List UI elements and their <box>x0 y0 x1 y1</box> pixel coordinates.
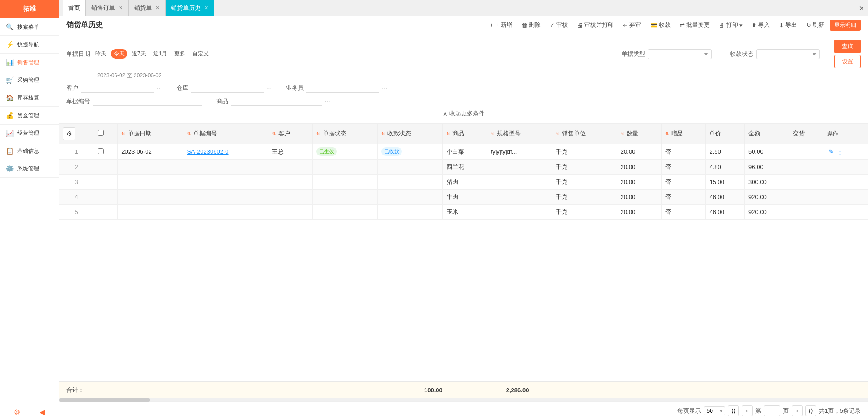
first-page-button[interactable]: ⟨⟨ <box>728 405 739 416</box>
tab-sales-delivery-close[interactable]: ✕ <box>156 5 160 11</box>
sidebar-item-quick-nav[interactable]: ⚡ 快捷导航 <box>0 36 59 54</box>
customer-input[interactable] <box>81 83 154 93</box>
sidebar-item-search-menu[interactable]: 🔍 搜索菜单 <box>0 18 59 36</box>
col-date[interactable]: ⇅ 单据日期 <box>118 124 183 144</box>
date-tag-1month[interactable]: 近1月 <box>151 49 170 59</box>
print-icon: 🖨 <box>719 22 725 29</box>
product-filter: 商品 ··· <box>216 96 330 106</box>
show-detail-button[interactable]: 显示明细 <box>830 20 861 31</box>
col-doc-no[interactable]: ⇅ 单据编号 <box>183 124 268 144</box>
sidebar-item-inventory[interactable]: 🏠 库存核算 <box>0 89 59 107</box>
table-container: ⚙ ⇅ 单据日期 ⇅ 单据编号 <box>59 124 868 381</box>
col-checkbox[interactable] <box>94 124 118 144</box>
last-page-button[interactable]: ⟩⟩ <box>805 405 816 416</box>
row-checkbox[interactable] <box>98 148 104 154</box>
review-print-button[interactable]: 🖨 审核并打印 <box>573 19 617 31</box>
new-button[interactable]: ＋ + 新增 <box>485 19 516 31</box>
delete-button[interactable]: 🗑 删除 <box>518 19 544 31</box>
row-doc-status-cell <box>313 175 378 190</box>
warehouse-label: 仓库 <box>176 84 188 92</box>
next-page-button[interactable]: › <box>792 405 803 416</box>
date-tag-more[interactable]: 更多 <box>171 49 188 59</box>
setting-button[interactable]: 设置 <box>834 55 861 68</box>
doc-number-input[interactable] <box>93 96 202 106</box>
row-quantity-cell: 20.00 <box>617 205 661 220</box>
col-gift[interactable]: ⇅ 赠品 <box>661 124 706 144</box>
date-tag-custom[interactable]: 自定义 <box>190 49 211 59</box>
sales-mgmt-icon: 📊 <box>5 58 14 66</box>
row-checkbox-cell[interactable] <box>94 175 118 190</box>
import-button[interactable]: ⬆ 导入 <box>748 19 773 31</box>
payment-status-select[interactable] <box>756 49 820 59</box>
row-doc-no-cell[interactable]: SA-20230602-0 <box>183 144 268 160</box>
row-unit-cell: 千克 <box>552 144 617 160</box>
customer-ellipsis[interactable]: ··· <box>156 85 162 92</box>
col-product[interactable]: ⇅ 商品 <box>442 124 487 144</box>
row-date-cell <box>118 175 183 190</box>
date-tag-7days[interactable]: 近7天 <box>129 49 149 59</box>
col-unit[interactable]: ⇅ 销售单位 <box>552 124 617 144</box>
product-input[interactable] <box>231 96 322 106</box>
prev-page-button[interactable]: ‹ <box>742 405 753 416</box>
page-size-select[interactable]: 50 100 <box>704 406 725 415</box>
abandon-button[interactable]: ↩ 弃审 <box>619 19 645 31</box>
row-checkbox-cell[interactable] <box>94 205 118 220</box>
query-button[interactable]: 查询 <box>834 40 861 53</box>
refresh-button[interactable]: ↻ 刷新 <box>803 19 828 31</box>
tab-sales-delivery[interactable]: 销货单 ✕ <box>129 0 166 16</box>
row-more-button[interactable]: ⋮ <box>837 148 843 155</box>
page-number-input[interactable]: 1 <box>764 405 780 416</box>
batch-change-button[interactable]: ⇄ 批量变更 <box>676 19 713 31</box>
export-button[interactable]: ⬇ 导出 <box>775 19 801 31</box>
collect-button[interactable]: 💳 收款 <box>647 19 674 31</box>
business-ellipsis[interactable]: ··· <box>382 85 387 92</box>
collapse-filter-button[interactable]: ∧ 收起更多条件 <box>66 110 861 118</box>
sidebar-item-sales-mgmt[interactable]: 📊 销售管理 <box>0 54 59 71</box>
warehouse-ellipsis[interactable]: ··· <box>266 85 272 92</box>
tab-sales-history-close[interactable]: ✕ <box>204 5 208 11</box>
warehouse-input[interactable] <box>191 83 264 93</box>
sidebar-item-base-info[interactable]: 📋 基础信息 <box>0 142 59 160</box>
sidebar-item-label: 快捷导航 <box>17 41 39 49</box>
col-settings[interactable]: ⚙ <box>59 124 94 144</box>
row-amount-cell: 96.00 <box>745 160 789 175</box>
table-settings-gear[interactable]: ⚙ <box>63 127 75 140</box>
tab-sales-order[interactable]: 销售订单 ✕ <box>86 0 129 16</box>
tab-sales-order-close[interactable]: ✕ <box>119 5 123 11</box>
row-checkbox-cell[interactable] <box>94 160 118 175</box>
date-tag-today[interactable]: 今天 <box>111 49 127 59</box>
sidebar-item-label: 库存核算 <box>17 94 39 102</box>
doc-no-link[interactable]: SA-20230602-0 <box>187 148 228 155</box>
horizontal-scrollbar[interactable] <box>59 398 868 401</box>
date-tag-yesterday[interactable]: 昨天 <box>93 49 109 59</box>
review-icon: ✓ <box>550 22 555 29</box>
sidebar-settings-icon[interactable]: ⚙ <box>14 408 20 416</box>
tab-sales-order-label: 销售订单 <box>91 4 115 12</box>
col-payment-status[interactable]: ⇅ 收款状态 <box>377 124 442 144</box>
row-edit-button[interactable]: ✎ <box>828 148 833 155</box>
close-all-tabs[interactable]: ✕ <box>859 5 864 12</box>
sidebar-item-sys-mgmt[interactable]: ⚙️ 系统管理 <box>0 160 59 178</box>
sidebar-collapse-icon[interactable]: ◀ <box>40 408 45 416</box>
row-doc-no-cell <box>183 190 268 205</box>
sidebar-logo: 拓维 <box>0 0 59 18</box>
select-all-checkbox[interactable] <box>98 130 104 136</box>
product-ellipsis[interactable]: ··· <box>325 98 330 105</box>
review-button[interactable]: ✓ 审核 <box>546 19 572 31</box>
row-checkbox-cell[interactable] <box>94 190 118 205</box>
tab-sales-history[interactable]: 销货单历史 ✕ <box>166 0 214 16</box>
col-spec[interactable]: ⇅ 规格型号 <box>487 124 552 144</box>
col-quantity[interactable]: ⇅ 数量 <box>617 124 661 144</box>
row-transaction-cell <box>789 160 823 175</box>
col-doc-status[interactable]: ⇅ 单据状态 <box>313 124 378 144</box>
doc-type-select[interactable] <box>648 49 712 59</box>
row-checkbox-cell[interactable] <box>94 144 118 160</box>
sidebar-item-operations[interactable]: 📈 经营管理 <box>0 125 59 142</box>
tab-home[interactable]: 首页 <box>63 0 86 16</box>
col-customer[interactable]: ⇅ 客户 <box>268 124 313 144</box>
business-input[interactable] <box>306 83 379 93</box>
sidebar-item-finance[interactable]: 💰 资金管理 <box>0 107 59 125</box>
print-button[interactable]: 🖨 打印 ▾ <box>715 19 746 31</box>
sidebar-item-purchase-mgmt[interactable]: 🛒 采购管理 <box>0 71 59 89</box>
scrollbar-thumb[interactable] <box>59 398 150 402</box>
